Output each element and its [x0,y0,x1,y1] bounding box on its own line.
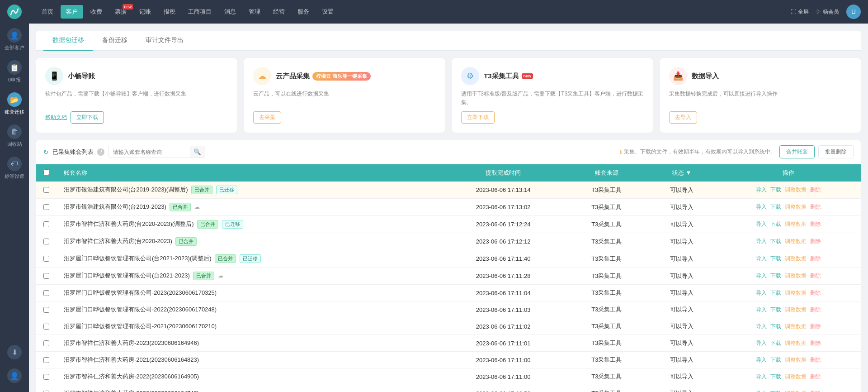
download-btn[interactable]: 下载 [770,272,781,280]
delete-btn[interactable]: 删除 [810,186,821,194]
delete-btn[interactable]: 删除 [810,238,821,245]
merge-account-btn[interactable]: 合并账套 [779,145,815,158]
delete-btn[interactable]: 删除 [810,272,821,280]
xiaochange-help-link[interactable]: 帮助文档 [45,114,67,121]
sidebar-item-account-migrate[interactable]: 📂 账套迁移 [0,88,29,120]
adjust-btn[interactable]: 调整数据 [785,306,807,314]
download-btn[interactable]: 下载 [770,238,781,245]
delete-btn[interactable]: 删除 [810,255,821,263]
row-checkbox[interactable] [43,239,49,244]
delete-btn[interactable]: 删除 [810,339,821,347]
import-btn[interactable]: 导入 [756,203,767,211]
batch-delete-btn[interactable]: 批量删除 [818,145,854,158]
adjust-btn[interactable]: 调整数据 [785,238,807,245]
delete-btn[interactable]: 删除 [810,289,821,297]
tab-audit-export[interactable]: 审计文件导出 [137,31,193,51]
sidebar-download[interactable]: ⬇ [0,340,29,364]
adjust-btn[interactable]: 调整数据 [785,289,807,297]
nav-operation[interactable]: 经营 [268,5,290,19]
t3-download-btn[interactable]: 立即下载 [461,111,495,124]
download-btn[interactable]: 下载 [770,323,781,330]
tab-backup-migrate[interactable]: 备份迁移 [93,31,137,51]
sidebar-item-zero-report[interactable]: 📋 0申报 [0,56,29,88]
adjust-btn[interactable]: 调整数据 [785,186,807,194]
nav-biz[interactable]: 工商项目 [183,5,217,19]
nav-accounting[interactable]: 记账 [134,5,156,19]
row-checkbox[interactable] [43,374,49,380]
nav-manage[interactable]: 管理 [243,5,266,19]
delete-btn[interactable]: 删除 [810,373,821,381]
delete-btn[interactable]: 删除 [810,390,821,392]
import-btn[interactable]: 导入 [756,272,767,280]
import-btn[interactable]: 导入 [756,356,767,364]
nav-message[interactable]: 消息 [219,5,241,19]
sidebar-user[interactable]: 👤 [0,364,29,387]
delete-btn[interactable]: 删除 [810,323,821,330]
row-checkbox[interactable] [43,340,49,346]
member-btn[interactable]: ▷ 畅会员 [816,8,839,16]
cloud-collect-btn[interactable]: 去采集 [253,111,281,124]
delete-btn[interactable]: 删除 [810,203,821,211]
delete-btn[interactable]: 删除 [810,220,821,228]
sidebar-item-all-clients[interactable]: 👤 全部客户 [0,24,29,56]
import-btn[interactable]: 导入 [756,186,767,194]
import-btn[interactable]: 导入 [756,373,767,381]
download-btn[interactable]: 下载 [770,255,781,263]
row-checkbox[interactable] [43,221,49,227]
import-btn[interactable]: 导入 [756,255,767,263]
import-btn[interactable]: 导入 [756,323,767,330]
download-btn[interactable]: 下载 [770,289,781,297]
help-icon[interactable]: ? [97,148,104,156]
row-checkbox[interactable] [43,187,49,193]
adjust-btn[interactable]: 调整数据 [785,339,807,347]
nav-settings[interactable]: 设置 [316,5,339,19]
nav-billing[interactable]: 收费 [85,5,108,19]
nav-home[interactable]: 首页 [36,5,59,19]
search-input[interactable] [108,147,190,158]
row-checkbox[interactable] [43,307,49,313]
delete-btn[interactable]: 删除 [810,356,821,364]
sidebar-item-recycle[interactable]: 🗑 回收站 [0,120,29,152]
row-checkbox[interactable] [43,204,49,210]
row-checkbox[interactable] [43,290,49,296]
tab-data-migrate[interactable]: 数据包迁移 [43,31,93,51]
row-checkbox[interactable] [43,256,49,262]
download-btn[interactable]: 下载 [770,186,781,194]
import-btn[interactable]: 导入 [756,339,767,347]
nav-clients[interactable]: 客户 [61,5,83,19]
adjust-btn[interactable]: 调整数据 [785,356,807,364]
sidebar-item-tag-settings[interactable]: 🏷 标签设置 [0,152,29,184]
refresh-icon[interactable]: ↻ [43,148,49,156]
download-btn[interactable]: 下载 [770,339,781,347]
avatar[interactable]: U [846,5,861,19]
import-btn[interactable]: 导入 [756,306,767,314]
import-btn[interactable]: 导入 [756,238,767,245]
row-checkbox[interactable] [43,273,49,279]
import-btn[interactable]: 导入 [756,289,767,297]
download-btn[interactable]: 下载 [770,306,781,314]
row-checkbox[interactable] [43,357,49,363]
adjust-btn[interactable]: 调整数据 [785,373,807,381]
import-btn[interactable]: 导入 [756,220,767,228]
download-btn[interactable]: 下载 [770,220,781,228]
nav-tax[interactable]: 报税 [158,5,181,19]
import-btn[interactable]: 导入 [756,390,767,392]
nav-service[interactable]: 服务 [292,5,315,19]
app-logo[interactable] [0,0,29,24]
row-checkbox[interactable] [43,324,49,330]
adjust-btn[interactable]: 调整数据 [785,255,807,263]
adjust-btn[interactable]: 调整数据 [785,220,807,228]
adjust-btn[interactable]: 调整数据 [785,203,807,211]
download-btn[interactable]: 下载 [770,373,781,381]
download-btn[interactable]: 下载 [770,390,781,392]
delete-btn[interactable]: 删除 [810,306,821,314]
adjust-btn[interactable]: 调整数据 [785,323,807,330]
xiaochange-download-btn[interactable]: 立即下载 [71,111,104,124]
search-btn[interactable]: 🔍 [190,146,205,158]
nav-invoice[interactable]: 票据 new [109,5,132,19]
download-btn[interactable]: 下载 [770,356,781,364]
data-import-btn[interactable]: 去导入 [669,111,697,124]
select-all-checkbox[interactable] [43,169,49,175]
download-btn[interactable]: 下载 [770,203,781,211]
adjust-btn[interactable]: 调整数据 [785,272,807,280]
